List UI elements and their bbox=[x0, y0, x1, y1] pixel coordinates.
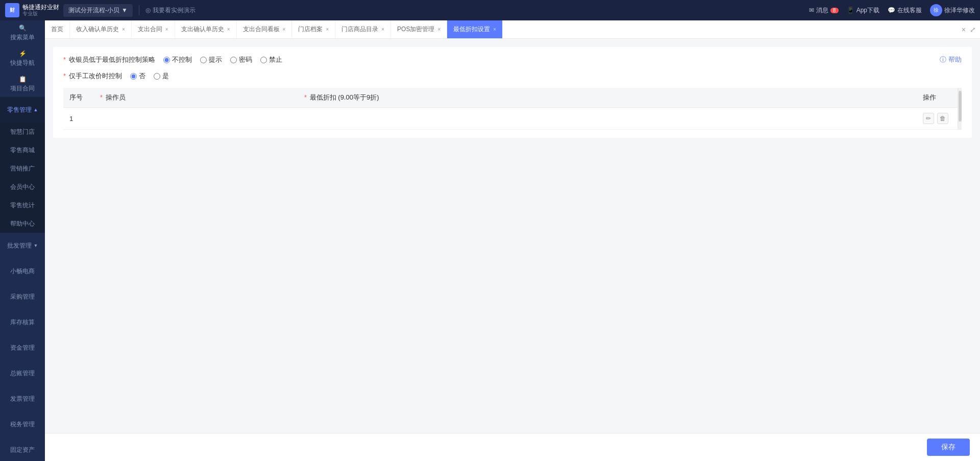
sidebar-item-inventory[interactable]: 库存核算 bbox=[0, 309, 45, 335]
sidebar-label-marketing: 营销推广 bbox=[10, 164, 35, 173]
tab-pos-password[interactable]: POS加密管理 × bbox=[391, 20, 447, 39]
tab-store-archive-close[interactable]: × bbox=[326, 27, 329, 32]
sidebar-item-retail[interactable]: 零售管理 ▲ bbox=[0, 97, 45, 123]
tab-income-history-close[interactable]: × bbox=[122, 27, 125, 32]
tab-store-catalog-close[interactable]: × bbox=[381, 27, 384, 32]
radio-yes[interactable]: 是 bbox=[154, 71, 169, 81]
user-action[interactable]: 徐 徐泽华修改 bbox=[930, 4, 975, 16]
sidebar: 🔍 搜索菜单 ⚡ 快捷导航 📋 项目合同 零售管理 ▲ 智慧门店 零售商城 营销… bbox=[0, 20, 45, 461]
logo-area: 财 畅捷通好业财 专业版 bbox=[5, 3, 59, 17]
project-name: 测试分开流程-小贝 bbox=[68, 6, 119, 15]
radio-no-control-input[interactable] bbox=[163, 57, 170, 63]
page-content: * 收银员低于最低折扣控制策略 不控制 提示 bbox=[45, 39, 980, 433]
radio-hint-input[interactable] bbox=[200, 57, 207, 63]
sidebar-label-member: 会员中心 bbox=[10, 183, 35, 191]
tab-pay-contract-label: 支出合同 bbox=[138, 25, 162, 34]
sidebar-item-invoice[interactable]: 发票管理 bbox=[0, 386, 45, 411]
sidebar-label-purchase: 采购管理 bbox=[10, 293, 35, 301]
required-star-2: * bbox=[63, 72, 66, 80]
wholesale-arrow-icon: ▼ bbox=[34, 243, 38, 248]
tab-min-discount-close[interactable]: × bbox=[493, 27, 496, 32]
required-star-1: * bbox=[63, 56, 66, 63]
radio-forbid[interactable]: 禁止 bbox=[260, 55, 282, 64]
help-link[interactable]: ⓘ 帮助 bbox=[940, 55, 962, 64]
sidebar-item-purchase[interactable]: 采购管理 bbox=[0, 284, 45, 309]
page-footer: 保存 bbox=[45, 433, 980, 461]
sidebar-item-finance[interactable]: 资金管理 bbox=[0, 335, 45, 360]
sidebar-label-project: 项目合同 bbox=[10, 84, 35, 93]
delete-btn[interactable]: 🗑 bbox=[937, 113, 948, 124]
top-header: 财 畅捷通好业财 专业版 测试分开流程-小贝 ▼ ◎ 我要看实例演示 ✉ 消息 … bbox=[0, 0, 980, 20]
radio-forbid-input[interactable] bbox=[260, 57, 267, 63]
tab-pay-contract-board-label: 支出合同看板 bbox=[243, 25, 280, 34]
main-layout: 🔍 搜索菜单 ⚡ 快捷导航 📋 项目合同 零售管理 ▲ 智慧门店 零售商城 营销… bbox=[0, 20, 980, 461]
radio-forbid-label: 禁止 bbox=[269, 55, 282, 64]
sidebar-item-retail-stat[interactable]: 零售统计 bbox=[0, 196, 45, 214]
tab-store-catalog[interactable]: 门店商品目录 × bbox=[335, 20, 391, 39]
tab-min-discount[interactable]: 最低折扣设置 × bbox=[447, 20, 503, 39]
tab-pay-contract[interactable]: 支出合同 × bbox=[132, 20, 175, 39]
tab-pay-board-close[interactable]: × bbox=[283, 27, 286, 32]
tab-pay-confirm-close[interactable]: × bbox=[227, 27, 230, 32]
project-selector[interactable]: 测试分开流程-小贝 ▼ bbox=[63, 4, 133, 17]
radio-hint[interactable]: 提示 bbox=[200, 55, 222, 64]
radio-no-control-label: 不控制 bbox=[172, 55, 192, 64]
row-actions: ✏ 🗑 bbox=[923, 113, 951, 124]
sidebar-label-wholesale: 批发管理 bbox=[7, 241, 32, 250]
app-download-action[interactable]: 📱 App下载 bbox=[847, 6, 879, 15]
help-icon: ⓘ bbox=[940, 56, 946, 63]
tab-pay-contract-close[interactable]: × bbox=[165, 27, 168, 32]
radio-no-label: 否 bbox=[139, 71, 145, 81]
radio-yes-input[interactable] bbox=[154, 73, 160, 80]
sidebar-item-ecommerce[interactable]: 小畅电商 bbox=[0, 258, 45, 284]
discount-strategy-label: * 收银员低于最低折扣控制策略 bbox=[63, 55, 155, 64]
tab-store-archive[interactable]: 门店档案 × bbox=[292, 20, 335, 39]
search-icon: 🔍 bbox=[19, 25, 27, 32]
table-scrollbar[interactable] bbox=[958, 88, 962, 130]
sidebar-item-wholesale[interactable]: 批发管理 ▼ bbox=[0, 233, 45, 258]
expand-tab-icon[interactable]: ⤢ bbox=[970, 26, 976, 34]
header-right: ✉ 消息 8 📱 App下载 💬 在线客服 徐 徐泽华修改 bbox=[809, 4, 975, 16]
tab-pay-confirm-history[interactable]: 支出确认单历史 × bbox=[175, 20, 237, 39]
tab-home[interactable]: 首页 bbox=[45, 20, 70, 39]
cell-discount-1 bbox=[298, 108, 917, 130]
tab-home-label: 首页 bbox=[51, 25, 63, 34]
radio-password-input[interactable] bbox=[230, 57, 237, 63]
radio-no[interactable]: 否 bbox=[130, 71, 145, 81]
manual-price-row: * 仅手工改价时控制 否 是 bbox=[63, 71, 962, 81]
sidebar-item-tax[interactable]: 税务管理 bbox=[0, 411, 45, 437]
divider bbox=[139, 5, 139, 15]
sidebar-item-assets[interactable]: 固定资产 bbox=[0, 437, 45, 461]
discount-strategy-options: 不控制 提示 密码 禁止 bbox=[163, 55, 282, 64]
sidebar-item-help[interactable]: 帮助中心 bbox=[0, 214, 45, 233]
cell-seq-1: 1 bbox=[63, 108, 94, 130]
tab-min-discount-label: 最低折扣设置 bbox=[453, 25, 490, 34]
save-button[interactable]: 保存 bbox=[927, 439, 970, 456]
sidebar-item-marketing[interactable]: 营销推广 bbox=[0, 159, 45, 178]
tab-pos-close[interactable]: × bbox=[437, 27, 440, 32]
demo-link[interactable]: ◎ 我要看实例演示 bbox=[145, 6, 195, 15]
tab-pay-contract-board[interactable]: 支出合同看板 × bbox=[237, 20, 292, 39]
sidebar-label-assets: 固定资产 bbox=[10, 446, 35, 454]
radio-no-control[interactable]: 不控制 bbox=[163, 55, 192, 64]
message-icon: ✉ bbox=[809, 7, 814, 14]
message-action[interactable]: ✉ 消息 8 bbox=[809, 6, 839, 15]
demo-link-icon: ◎ bbox=[145, 7, 151, 14]
radio-password[interactable]: 密码 bbox=[230, 55, 252, 64]
radio-no-input[interactable] bbox=[130, 73, 137, 80]
sidebar-item-member[interactable]: 会员中心 bbox=[0, 178, 45, 196]
sidebar-item-project[interactable]: 📋 项目合同 bbox=[0, 71, 45, 97]
sidebar-item-smart-store[interactable]: 智慧门店 bbox=[0, 123, 45, 141]
sidebar-item-ledger[interactable]: 总账管理 bbox=[0, 360, 45, 386]
tab-income-history[interactable]: 收入确认单历史 × bbox=[70, 20, 132, 39]
close-tab-icon[interactable]: × bbox=[962, 26, 966, 34]
tab-store-catalog-label: 门店商品目录 bbox=[341, 25, 378, 34]
col-header-operator: * 操作员 bbox=[94, 88, 298, 108]
user-name: 徐泽华修改 bbox=[944, 6, 975, 15]
logo-text: 畅捷通好业财 专业版 bbox=[22, 4, 59, 17]
sidebar-item-quicknav[interactable]: ⚡ 快捷导航 bbox=[0, 46, 45, 71]
sidebar-item-search[interactable]: 🔍 搜索菜单 bbox=[0, 20, 45, 46]
customer-service-action[interactable]: 💬 在线客服 bbox=[888, 6, 922, 15]
edit-btn[interactable]: ✏ bbox=[923, 113, 934, 124]
sidebar-item-retail-mall[interactable]: 零售商城 bbox=[0, 141, 45, 159]
